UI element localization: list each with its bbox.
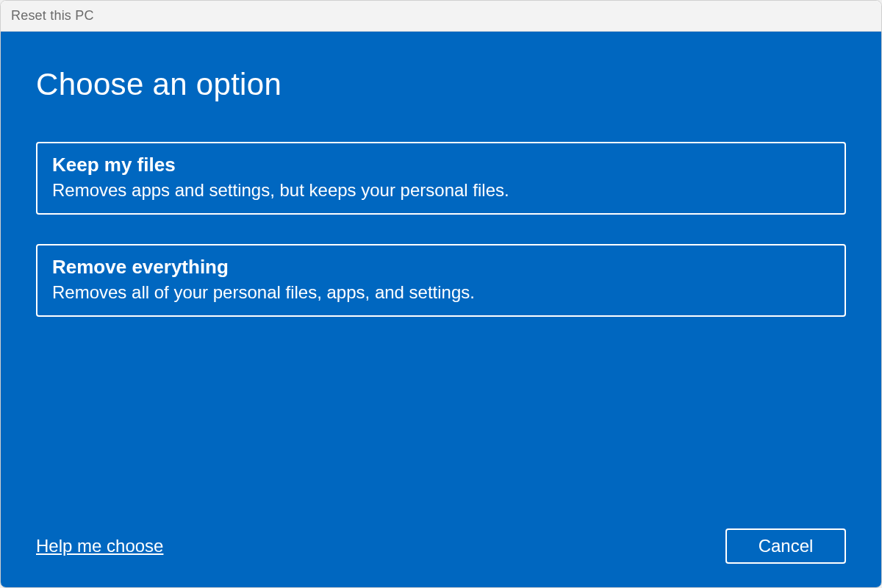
option-keep-my-files[interactable]: Keep my files Removes apps and settings,…: [36, 142, 846, 215]
dialog-content: Choose an option Keep my files Removes a…: [1, 32, 881, 587]
spacer: [36, 346, 846, 528]
cancel-button[interactable]: Cancel: [725, 528, 846, 564]
reset-pc-dialog: Reset this PC Choose an option Keep my f…: [0, 0, 882, 588]
option-title: Remove everything: [52, 256, 830, 279]
option-remove-everything[interactable]: Remove everything Removes all of your pe…: [36, 244, 846, 317]
option-description: Removes apps and settings, but keeps you…: [52, 179, 830, 201]
dialog-footer: Help me choose Cancel: [36, 528, 846, 568]
window-title: Reset this PC: [11, 8, 94, 24]
page-heading: Choose an option: [36, 67, 846, 102]
option-description: Removes all of your personal files, apps…: [52, 281, 830, 304]
help-me-choose-link[interactable]: Help me choose: [36, 536, 163, 556]
titlebar: Reset this PC: [1, 1, 881, 32]
option-title: Keep my files: [52, 154, 830, 176]
